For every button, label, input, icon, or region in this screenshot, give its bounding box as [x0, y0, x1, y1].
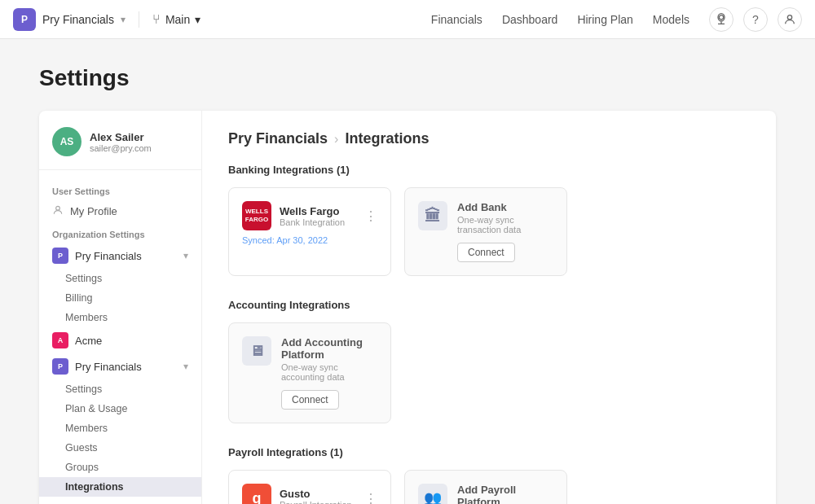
sidebar-sub-guests[interactable]: Guests: [39, 438, 201, 458]
payroll-cards-row: g Gusto Payroll Integration ⋮ Synced: Ap…: [228, 470, 750, 504]
nav-links: Financials Dashboard Hiring Plan Models …: [431, 7, 802, 32]
card-header: WELLSFARGO Wells Fargo Bank Integration …: [242, 201, 377, 230]
sidebar-sub-members-1[interactable]: Members: [39, 308, 201, 327]
sidebar-sub-settings-2[interactable]: Settings: [39, 379, 201, 399]
bank-icon: 🏛: [418, 201, 447, 230]
svg-point-3: [56, 206, 60, 210]
add-accounting-connect-button[interactable]: Connect: [281, 390, 339, 410]
sidebar-item-acme[interactable]: A Acme: [39, 327, 201, 353]
gusto-logo-name: g Gusto Payroll Integration: [242, 484, 352, 504]
notifications-icon[interactable]: [709, 7, 734, 32]
chevron-down-icon-2: ▾: [183, 361, 188, 372]
brand[interactable]: P Pry Financials ▾: [13, 8, 126, 31]
content-wrapper: AS Alex Sailer sailer@pry.com User Setti…: [39, 111, 776, 504]
nav-dashboard[interactable]: Dashboard: [502, 13, 558, 26]
add-accounting-content: 🖥 Add Accounting Platform One-way sync a…: [242, 336, 377, 410]
sidebar-sub-billing[interactable]: Billing: [39, 288, 201, 308]
wells-fargo-name: Wells Fargo: [280, 205, 345, 217]
banking-cards-row: WELLSFARGO Wells Fargo Bank Integration …: [228, 187, 750, 276]
accounting-section-title: Accounting Integrations: [228, 299, 750, 311]
add-accounting-name: Add Accounting Platform: [281, 336, 377, 361]
card-logo-name: WELLSFARGO Wells Fargo Bank Integration: [242, 201, 345, 230]
page: Settings AS Alex Sailer sailer@pry.com U…: [0, 39, 815, 504]
nav-financials[interactable]: Financials: [431, 13, 482, 26]
brand-logo: P: [13, 8, 36, 31]
gusto-card-header: g Gusto Payroll Integration ⋮: [242, 484, 377, 504]
sidebar-item-pry-financials-2[interactable]: P Pry Financials ▾: [39, 353, 201, 379]
my-profile-label: My Profile: [70, 205, 117, 217]
add-bank-desc: One-way sync transaction data: [457, 215, 553, 234]
wells-fargo-card: WELLSFARGO Wells Fargo Bank Integration …: [228, 187, 391, 276]
sidebar: AS Alex Sailer sailer@pry.com User Setti…: [39, 111, 202, 504]
breadcrumb-parent: Pry Financials: [228, 130, 328, 147]
add-bank-content: 🏛 Add Bank One-way sync transaction data…: [418, 201, 553, 262]
chevron-down-icon: ▾: [183, 250, 188, 261]
gusto-menu-icon[interactable]: ⋮: [364, 491, 377, 505]
sidebar-sub-integrations[interactable]: Integrations: [39, 477, 201, 497]
gusto-name: Gusto: [280, 488, 352, 500]
add-accounting-card: 🖥 Add Accounting Platform One-way sync a…: [228, 322, 391, 423]
branch-name: Main: [165, 13, 190, 26]
add-bank-connect-button[interactable]: Connect: [457, 243, 515, 262]
branch-selector[interactable]: ⑂ Main ▾: [152, 12, 200, 27]
svg-point-0: [719, 15, 723, 19]
add-payroll-content: 👥 Add Payroll Platform One-way sync payr…: [418, 484, 553, 504]
payroll-section-title: Payroll Integrations (1): [228, 446, 750, 458]
nav-icons: ?: [709, 7, 802, 32]
payroll-integrations-section: Payroll Integrations (1) g Gusto Payroll…: [228, 446, 750, 504]
add-bank-name: Add Bank: [457, 201, 553, 213]
org-name-1: Pry Financials: [75, 250, 142, 262]
add-accounting-desc: One-way sync accounting data: [281, 362, 377, 382]
gusto-type: Payroll Integration: [280, 500, 352, 505]
accounting-icon: 🖥: [242, 336, 271, 366]
add-payroll-card: 👥 Add Payroll Platform One-way sync payr…: [404, 470, 567, 504]
brand-chevron-icon: ▾: [121, 14, 126, 25]
user-info: AS Alex Sailer sailer@pry.com: [39, 127, 201, 170]
brand-name: Pry Financials: [42, 13, 114, 26]
acme-logo: A: [52, 332, 68, 348]
profile-icon[interactable]: [778, 7, 802, 32]
avatar: AS: [52, 127, 82, 156]
pry-logo-2: P: [52, 358, 68, 375]
page-title: Settings: [39, 65, 776, 91]
accounting-integrations-section: Accounting Integrations 🖥 Add Accounting…: [228, 299, 750, 423]
branch-icon: ⑂: [152, 12, 161, 27]
main-content: Pry Financials › Integrations Banking In…: [202, 111, 776, 504]
org-settings-section: Organization Settings: [39, 223, 201, 243]
org-name-2: Pry Financials: [75, 361, 142, 373]
user-settings-section: User Settings: [39, 180, 201, 199]
payroll-icon: 👥: [418, 484, 447, 504]
wells-fargo-menu-icon[interactable]: ⋮: [364, 208, 377, 224]
top-nav: P Pry Financials ▾ ⑂ Main ▾ Financials D…: [0, 0, 815, 39]
add-payroll-name: Add Payroll Platform: [457, 484, 553, 504]
nav-hiring-plan[interactable]: Hiring Plan: [577, 13, 632, 26]
sidebar-sub-settings-1[interactable]: Settings: [39, 269, 201, 288]
sidebar-sub-plan-usage[interactable]: Plan & Usage: [39, 399, 201, 419]
sidebar-item-my-profile[interactable]: My Profile: [39, 199, 201, 223]
nav-models[interactable]: Models: [653, 13, 689, 26]
help-icon[interactable]: ?: [743, 7, 768, 32]
pry-logo-1: P: [52, 248, 68, 264]
gusto-card: g Gusto Payroll Integration ⋮ Synced: Ap…: [228, 470, 391, 504]
user-email: sailer@pry.com: [90, 143, 152, 153]
org-name-acme: Acme: [75, 335, 102, 347]
svg-point-2: [787, 15, 791, 19]
banking-integrations-section: Banking Integrations (1) WELLSFARGO Well…: [228, 164, 750, 276]
sidebar-sub-members-2[interactable]: Members: [39, 419, 201, 438]
sidebar-item-pry-financials-1[interactable]: P Pry Financials ▾: [39, 243, 201, 269]
breadcrumb-separator: ›: [334, 132, 338, 147]
gusto-logo: g: [242, 484, 271, 504]
wells-fargo-synced: Synced: Apr 30, 2022: [242, 235, 377, 245]
wells-fargo-logo: WELLSFARGO: [242, 201, 271, 230]
wells-fargo-type: Bank Integration: [280, 217, 345, 227]
accounting-cards-row: 🖥 Add Accounting Platform One-way sync a…: [228, 322, 750, 423]
banking-section-title: Banking Integrations (1): [228, 164, 750, 176]
branch-chevron-icon: ▾: [195, 13, 200, 26]
nav-divider: [139, 11, 139, 28]
user-name: Alex Sailer: [90, 131, 152, 143]
add-bank-card: 🏛 Add Bank One-way sync transaction data…: [404, 187, 567, 276]
breadcrumb: Pry Financials › Integrations: [228, 130, 750, 147]
profile-icon: [52, 204, 64, 218]
breadcrumb-current: Integrations: [345, 130, 429, 147]
sidebar-sub-groups[interactable]: Groups: [39, 458, 201, 477]
